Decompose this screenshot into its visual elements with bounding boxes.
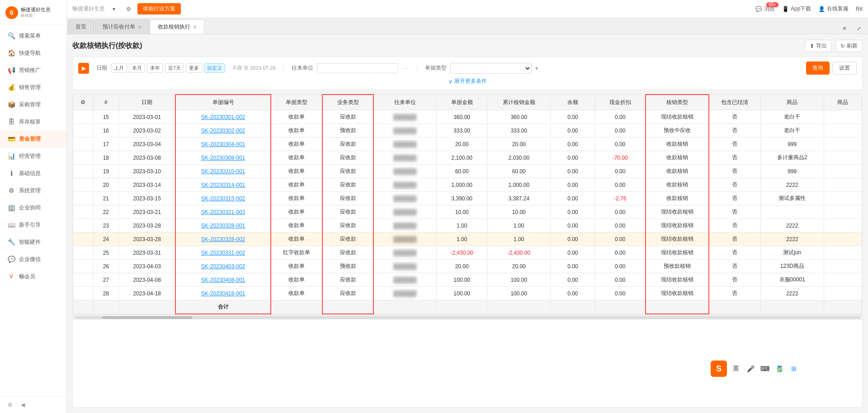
cell-docno[interactable]: SK-20230310-001: [175, 165, 270, 178]
doc-link[interactable]: SK-20230321-003: [201, 209, 245, 215]
sidebar-item-system[interactable]: ⚙ 系统管理: [0, 182, 66, 199]
refresh-button[interactable]: ↻ 刷新: [835, 40, 863, 52]
sidebar-item-purchase[interactable]: 📦 采购管理: [0, 96, 66, 113]
cell-verifytype: 现结收款核销: [646, 273, 709, 287]
sidebar-item-member[interactable]: V 畅会员: [0, 268, 66, 285]
filter-expand-arrow[interactable]: ▶: [78, 63, 89, 74]
doc-link[interactable]: SK-20230314-001: [201, 182, 245, 188]
cell-amount: 2,100.00: [437, 151, 487, 165]
doc-link[interactable]: SK-20230310-001: [201, 168, 245, 175]
cell-amount: 3,390.00: [437, 192, 487, 205]
online-service-button[interactable]: 👤 在线客服: [818, 5, 849, 13]
doctype-select[interactable]: [450, 63, 532, 74]
col-gear-header[interactable]: ⚙: [73, 95, 94, 110]
doc-link[interactable]: SK-20230328-001: [201, 223, 245, 229]
doc-link[interactable]: SK-20230304-001: [201, 141, 245, 147]
cell-verifytype: 收款核销: [646, 178, 709, 192]
sidebar-item-marketing[interactable]: 📢 营销推广: [0, 62, 66, 79]
cell-docno[interactable]: SK-20230315-002: [175, 192, 270, 205]
scrollbar-thumb[interactable]: [102, 316, 192, 319]
doc-link[interactable]: SK-20230302-002: [201, 128, 245, 134]
cell-docno[interactable]: SK-20230301-002: [175, 110, 270, 124]
cell-includesettled: 否: [709, 205, 760, 219]
sidebar-item-enterprise[interactable]: 🏢 企业协同: [0, 199, 66, 216]
sidebar-item-sales[interactable]: 💰 销售管理: [0, 79, 66, 96]
collapse-icon[interactable]: ◀: [18, 400, 27, 409]
cell-docno[interactable]: SK-20230418-001: [175, 287, 270, 300]
doc-link[interactable]: SK-20230418-001: [201, 290, 245, 297]
date-last-month[interactable]: 上月: [111, 63, 127, 73]
sidebar-item-guide[interactable]: 📖 新手引导: [0, 216, 66, 233]
tab-pending[interactable]: 预计应收付单 ×: [95, 19, 149, 34]
cell-docno[interactable]: SK-20230403-002: [175, 260, 270, 273]
doc-link[interactable]: SK-20230315-002: [201, 195, 245, 202]
date-7days[interactable]: 近7天: [165, 63, 184, 73]
cell-verifytype: 现结收款核销: [646, 205, 709, 219]
topbar-dropdown-icon[interactable]: ▾: [108, 4, 119, 14]
cell-cashdiscount: 0.00: [595, 287, 646, 300]
date-custom[interactable]: 自定义: [204, 63, 225, 73]
cell-doctype: 收款单: [271, 260, 323, 273]
cell-docno[interactable]: SK-20230328-002: [175, 233, 270, 246]
sidebar-item-operations[interactable]: 📊 经营管理: [0, 147, 66, 165]
cell-docno[interactable]: SK-20230328-001: [175, 219, 270, 233]
sidebar-item-quicknav[interactable]: 🏠 快捷导航: [0, 44, 66, 62]
cell-docno[interactable]: SK-20230408-001: [175, 273, 270, 287]
doc-link[interactable]: SK-20230308-001: [201, 155, 245, 161]
filter-settings-button[interactable]: 设置: [832, 62, 857, 75]
main-content: 畅捷通好生意 ▾ ⚙ 体验行业方案 💬 消息 99+ 📱 App下载 👤 在线客…: [67, 0, 868, 413]
doc-link[interactable]: SK-20230301-002: [201, 114, 245, 120]
doc-link[interactable]: SK-20230328-002: [201, 236, 245, 242]
topbar: 畅捷通好生意 ▾ ⚙ 体验行业方案 💬 消息 99+ 📱 App下载 👤 在线客…: [67, 0, 868, 18]
table-header-row: ⚙ # 日期 单据编号 单据类型 业务类型 往来单位 单据金额 累计核销金额 余…: [73, 95, 862, 110]
cell-no: 18: [93, 151, 118, 165]
cell-docno[interactable]: SK-20230304-001: [175, 138, 270, 151]
doc-link[interactable]: SK-20230408-001: [201, 277, 245, 283]
export-button[interactable]: ⬆ 导出: [805, 40, 832, 52]
sidebar-item-search[interactable]: 🔍 搜索菜单: [0, 27, 66, 44]
partner-input[interactable]: [317, 63, 398, 73]
doc-link[interactable]: SK-20230403-002: [201, 263, 245, 270]
cell-gear: [73, 246, 94, 260]
sum-cell-1: [93, 300, 118, 314]
cell-goods: 999: [760, 165, 824, 178]
solution-button[interactable]: 体验行业方案: [137, 3, 181, 14]
cell-docno[interactable]: SK-20230314-001: [175, 178, 270, 192]
cell-docno[interactable]: SK-20230308-001: [175, 151, 270, 165]
sum-cell-14: [824, 300, 862, 314]
cell-docno[interactable]: SK-20230321-003: [175, 205, 270, 219]
date-this-month[interactable]: 本月: [129, 63, 145, 73]
sidebar-item-basic[interactable]: ℹ 基础信息: [0, 165, 66, 182]
cell-goods: 测试jun: [760, 246, 824, 260]
tab-pending-close-icon[interactable]: ×: [138, 24, 142, 30]
col-biztype-header: 业务类型: [322, 95, 373, 110]
sidebar-item-wechat[interactable]: 💬 企业微信: [0, 251, 66, 268]
sidebar-item-finance[interactable]: 💳 资金管理: [0, 130, 66, 147]
cell-gear: [73, 151, 94, 165]
query-button[interactable]: 查询: [806, 62, 830, 75]
settings-icon[interactable]: ⚙: [5, 400, 14, 409]
expand-more-btn[interactable]: ∨ 展开更多条件: [78, 77, 857, 85]
tab-expand-btn[interactable]: ⤢: [854, 23, 864, 34]
tab-verify[interactable]: 收款核销执行 ×: [150, 19, 204, 34]
table-row: 152023-03-01SK-20230301-002收款单应收款██████3…: [73, 110, 862, 124]
sidebar-item-inventory[interactable]: 🗄 库存核算: [0, 113, 66, 130]
topbar-gear-icon[interactable]: ⚙: [123, 4, 134, 14]
date-this-year[interactable]: 本年: [147, 63, 163, 73]
date-more[interactable]: 更多: [186, 63, 202, 73]
horizontal-scrollbar[interactable]: [73, 314, 862, 320]
messages-button[interactable]: 💬 消息 99+: [755, 5, 775, 13]
cell-date: 2023-04-18: [118, 287, 175, 300]
cell-accamount: 2,030.00: [487, 151, 551, 165]
tab-close-btn[interactable]: ✕: [839, 23, 850, 34]
tab-home[interactable]: 首页: [68, 19, 94, 34]
cell-amount: 10.00: [437, 205, 487, 219]
tab-verify-close-icon[interactable]: ×: [193, 24, 197, 30]
doc-link[interactable]: SK-20230331-002: [201, 250, 245, 256]
cell-amount: 1.00: [437, 233, 487, 246]
cell-goods2: [824, 260, 862, 273]
app-download-button[interactable]: 📱 App下载: [782, 5, 811, 13]
cell-docno[interactable]: SK-20230302-002: [175, 124, 270, 138]
cell-docno[interactable]: SK-20230331-002: [175, 246, 270, 260]
sidebar-item-hardware[interactable]: 🔧 智能硬件: [0, 233, 66, 251]
